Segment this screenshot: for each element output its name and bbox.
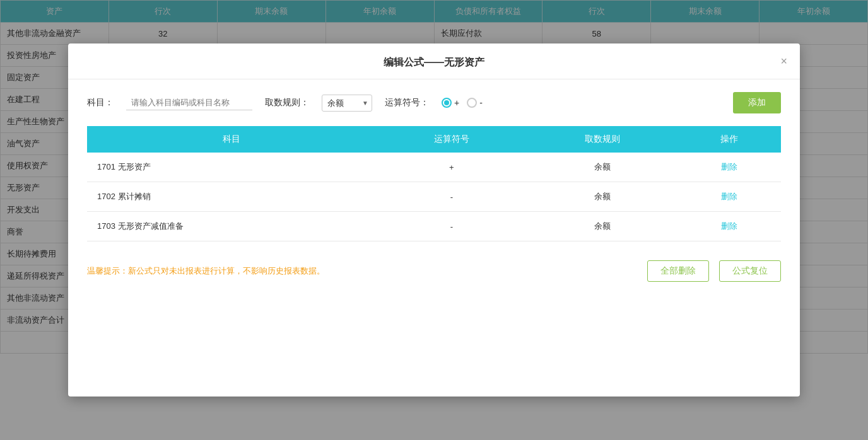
subject-label: 科目： [87, 97, 114, 108]
formula-operator-cell: + [376, 153, 527, 182]
formula-header-cell: 科目 [87, 126, 376, 153]
formula-subject-cell: 1702 累计摊销 [87, 182, 376, 212]
formula-table-body: 1701 无形资产+余额删除1702 累计摊销-余额删除1703 无形资产减值准… [87, 153, 781, 241]
rule-label: 取数规则： [265, 97, 309, 108]
formula-table-row: 1701 无形资产+余额删除 [87, 153, 781, 182]
operator-radio-group: + - [442, 98, 483, 108]
plus-radio-label: + [454, 98, 459, 108]
modal-footer: 温馨提示：新公式只对未出报表进行计算，不影响历史报表数据。 全部删除 公式复位 [68, 241, 800, 288]
subject-input[interactable] [126, 95, 252, 110]
formula-table-row: 1702 累计摊销-余额删除 [87, 182, 781, 212]
rule-select[interactable]: 余额 借方 贷方 [322, 95, 372, 112]
delete-row-link[interactable]: 删除 [721, 192, 737, 201]
delete-all-button[interactable]: 全部删除 [647, 260, 709, 282]
add-button[interactable]: 添加 [733, 92, 781, 113]
footer-hint: 温馨提示：新公式只对未出报表进行计算，不影响历史报表数据。 [87, 265, 325, 277]
formula-subject-cell: 1701 无形资产 [87, 153, 376, 182]
operator-minus-radio[interactable]: - [467, 98, 483, 108]
modal-dialog: 编辑公式——无形资产 × 科目： 取数规则： 余额 借方 贷方 ▼ 运算符号： … [68, 43, 800, 397]
modal-close-button[interactable]: × [780, 55, 787, 68]
formula-action-cell: 删除 [678, 212, 781, 241]
formula-header-cell: 运算符号 [376, 126, 527, 153]
formula-table-header: 科目运算符号取数规则操作 [87, 126, 781, 153]
modal-title: 编辑公式——无形资产 [384, 57, 484, 67]
data-table-section: 科目运算符号取数规则操作 1701 无形资产+余额删除1702 累计摊销-余额删… [68, 126, 800, 241]
formula-rule-cell: 余额 [527, 153, 678, 182]
footer-button-group: 全部删除 公式复位 [647, 260, 781, 282]
plus-radio-circle [442, 98, 452, 108]
modal-header: 编辑公式——无形资产 × [68, 43, 800, 79]
formula-header-cell: 取数规则 [527, 126, 678, 153]
form-row: 科目： 取数规则： 余额 借方 贷方 ▼ 运算符号： + - [68, 79, 800, 126]
formula-operator-cell: - [376, 212, 527, 241]
delete-row-link[interactable]: 删除 [721, 162, 737, 171]
formula-rule-cell: 余额 [527, 212, 678, 241]
operator-plus-radio[interactable]: + [442, 98, 459, 108]
formula-action-cell: 删除 [678, 153, 781, 182]
formula-rule-cell: 余额 [527, 182, 678, 212]
rule-select-wrapper[interactable]: 余额 借方 贷方 ▼ [322, 95, 372, 112]
formula-table-row: 1703 无形资产减值准备-余额删除 [87, 212, 781, 241]
formula-subject-cell: 1703 无形资产减值准备 [87, 212, 376, 241]
modal-overlay: 编辑公式——无形资产 × 科目： 取数规则： 余额 借方 贷方 ▼ 运算符号： … [0, 0, 868, 440]
formula-operator-cell: - [376, 182, 527, 212]
operator-label: 运算符号： [385, 97, 429, 108]
delete-row-link[interactable]: 删除 [721, 221, 737, 231]
formula-table: 科目运算符号取数规则操作 1701 无形资产+余额删除1702 累计摊销-余额删… [87, 126, 781, 241]
minus-radio-label: - [479, 98, 483, 108]
minus-radio-circle [467, 98, 477, 108]
formula-header-cell: 操作 [678, 126, 781, 153]
formula-action-cell: 删除 [678, 182, 781, 212]
reset-formula-button[interactable]: 公式复位 [719, 260, 781, 282]
